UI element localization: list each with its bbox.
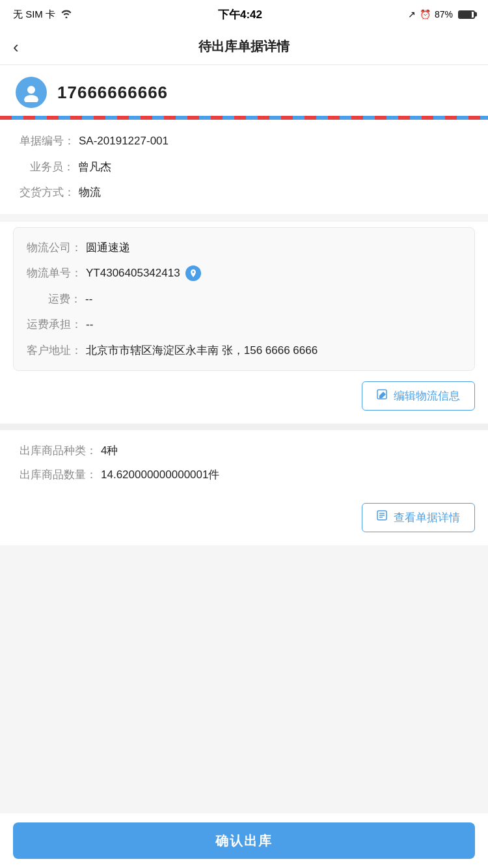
bottom-action-area: 确认出库 [0, 813, 488, 868]
delivery-method-value: 物流 [79, 184, 468, 201]
goods-quantity-label: 出库商品数量： [20, 467, 101, 482]
status-bar: 无 SIM 卡 下午4:42 ↗ ⏰ 87% [0, 0, 488, 29]
logistics-card: 物流公司： 圆通速递 物流单号： YT4306405342413 运费： -- [13, 227, 475, 372]
tracking-row: 物流单号： YT4306405342413 [27, 265, 461, 282]
svg-point-0 [27, 86, 35, 94]
freight-value: -- [85, 291, 461, 308]
customer-phone: 17666666666 [57, 83, 168, 103]
tracking-value: YT4306405342413 [86, 265, 461, 282]
page-title: 待出库单据详情 [198, 38, 290, 55]
goods-types-label: 出库商品种类： [20, 443, 101, 458]
delivery-method-row: 交货方式： 物流 [20, 184, 468, 201]
confirm-outbound-button[interactable]: 确认出库 [13, 822, 475, 859]
sales-person-row: 业务员： 曾凡杰 [20, 159, 468, 176]
freight-row: 运费： -- [27, 291, 461, 308]
order-info-section: 单据编号： SA-20191227-001 业务员： 曾凡杰 交货方式： 物流 [0, 120, 488, 214]
order-no-label: 单据编号： [20, 133, 79, 150]
freight-bearer-value: -- [86, 316, 461, 333]
view-detail-area: 查看单据详情 [0, 495, 488, 545]
edit-icon [377, 389, 388, 403]
delivery-method-label: 交货方式： [20, 184, 79, 201]
order-no-row: 单据编号： SA-20191227-001 [20, 133, 468, 150]
address-value: 北京市市辖区海淀区永丰南 张，156 6666 6666 [86, 342, 461, 359]
goods-types-row: 出库商品种类： 4种 [20, 443, 468, 458]
track-location-button[interactable] [185, 265, 201, 281]
status-time: 下午4:42 [218, 7, 262, 22]
edit-logistics-button[interactable]: 编辑物流信息 [362, 381, 475, 411]
detail-icon [377, 510, 388, 525]
logistics-company-label: 物流公司： [27, 239, 86, 256]
goods-quantity-value: 14.620000000000001件 [101, 467, 219, 482]
tracking-label: 物流单号： [27, 265, 86, 282]
order-no-value: SA-20191227-001 [79, 133, 468, 150]
status-left: 无 SIM 卡 [13, 8, 72, 21]
battery-text: 87% [435, 9, 453, 20]
freight-bearer-label: 运费承担： [27, 316, 86, 333]
freight-bearer-row: 运费承担： -- [27, 316, 461, 333]
view-detail-button[interactable]: 查看单据详情 [362, 503, 475, 532]
logistics-company-value: 圆通速递 [86, 239, 461, 256]
nav-bar: ‹ 待出库单据详情 [0, 29, 488, 65]
edit-logistics-label: 编辑物流信息 [394, 388, 460, 403]
wifi-icon [61, 9, 72, 20]
goods-section: 出库商品种类： 4种 出库商品数量： 14.620000000000001件 [0, 430, 488, 495]
goods-types-value: 4种 [101, 443, 118, 458]
goods-quantity-row: 出库商品数量： 14.620000000000001件 [20, 467, 468, 482]
avatar [16, 77, 47, 108]
view-detail-label: 查看单据详情 [394, 510, 460, 525]
svg-point-1 [24, 95, 38, 102]
battery-icon [458, 10, 475, 19]
address-row: 客户地址： 北京市市辖区海淀区永丰南 张，156 6666 6666 [27, 342, 461, 359]
address-label: 客户地址： [27, 342, 86, 359]
sales-person-label: 业务员： [20, 159, 78, 176]
freight-label: 运费： [27, 291, 85, 308]
sales-person-value: 曾凡杰 [78, 159, 468, 176]
customer-header: 17666666666 [0, 65, 488, 116]
edit-logistics-area: 编辑物流信息 [0, 381, 488, 424]
carrier-text: 无 SIM 卡 [13, 8, 55, 21]
location-icon: ↗ [408, 9, 416, 20]
status-right: ↗ ⏰ 87% [408, 9, 475, 20]
back-button[interactable]: ‹ [13, 38, 19, 55]
section-divider [0, 424, 488, 430]
logistics-company-row: 物流公司： 圆通速递 [27, 239, 461, 256]
alarm-icon: ⏰ [420, 9, 431, 20]
